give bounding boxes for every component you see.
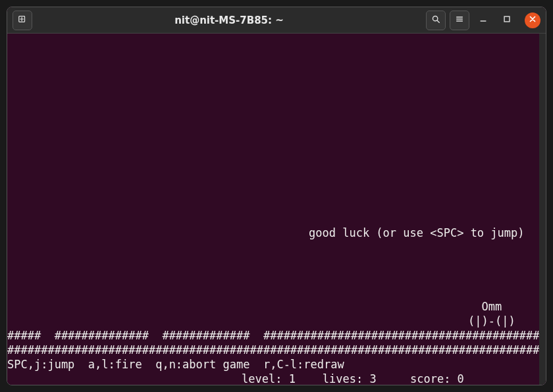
level-label: level: <box>242 372 289 385</box>
minimize-button[interactable] <box>473 11 493 30</box>
score-label: score: <box>410 372 458 385</box>
svg-rect-2 <box>504 16 510 22</box>
close-icon <box>528 14 537 26</box>
controls-hint: SPC,j:jump a,l:fire q,n:abort game r,C-l… <box>7 357 344 372</box>
menu-icon <box>455 14 464 26</box>
titlebar-right <box>426 11 540 30</box>
level-value: 1 <box>289 372 296 385</box>
new-tab-icon <box>18 14 27 26</box>
window-title: nit@nit-MS-7B85: ~ <box>32 14 426 26</box>
sprite-line-1: Omm <box>468 300 502 313</box>
lives-label: lives: <box>323 372 370 385</box>
menu-button[interactable] <box>450 11 469 30</box>
lives-value: 3 <box>370 372 377 385</box>
search-button[interactable] <box>426 11 446 30</box>
titlebar-left <box>13 11 32 30</box>
maximize-button[interactable] <box>497 11 517 30</box>
maximize-icon <box>502 14 512 26</box>
new-tab-button[interactable] <box>13 11 32 30</box>
hint-message: good luck (or use <SPC> to jump) <box>309 226 525 240</box>
player-sprite: Omm (|)-(|) <box>468 299 515 328</box>
status-bar: level: 1 lives: 3 score: 0 <box>242 372 464 385</box>
titlebar: nit@nit-MS-7B85: ~ <box>7 7 546 34</box>
ground-row-1: ##### ############## ############# #####… <box>7 328 539 343</box>
terminal-viewport[interactable]: good luck (or use <SPC> to jump) Omm (|)… <box>7 34 546 385</box>
sprite-line-2: (|)-(|) <box>468 314 515 328</box>
close-button[interactable] <box>525 12 540 28</box>
terminal-window: nit@nit-MS-7B85: ~ <box>7 7 546 385</box>
search-icon <box>431 14 440 26</box>
ground-row-2: ########################################… <box>7 343 539 357</box>
minimize-icon <box>479 14 488 26</box>
score-value: 0 <box>458 372 464 385</box>
